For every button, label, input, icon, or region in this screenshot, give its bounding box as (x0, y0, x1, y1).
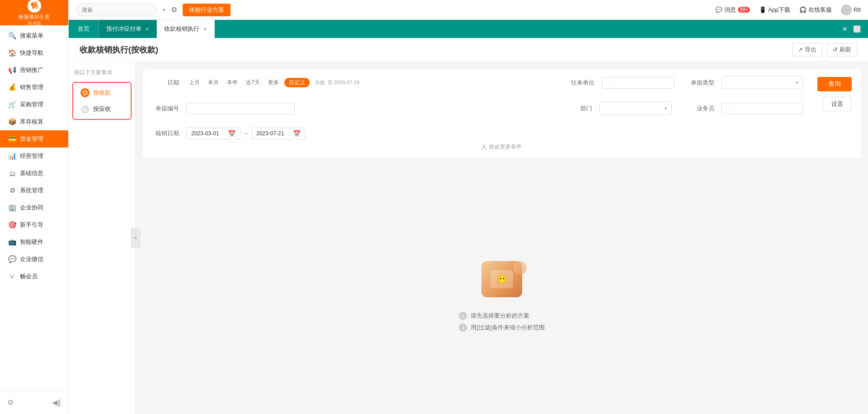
date-this-year[interactable]: 本年 (224, 78, 241, 87)
gear-icon[interactable]: ⚙ (171, 5, 177, 14)
by-collection-icon (80, 88, 90, 97)
app-download-btn[interactable]: 📱 App下载 (759, 6, 790, 14)
message-badge: 99+ (738, 7, 750, 13)
date-this-month[interactable]: 本月 (205, 78, 222, 87)
topbar-left: ▾ ⚙ 休验行业方案 (76, 4, 231, 16)
refresh-btn[interactable]: ↺ 刷新 (827, 43, 857, 57)
settings-icon[interactable]: ⚙ (7, 398, 14, 407)
date-custom[interactable]: 自定义 (284, 78, 310, 87)
date-7days[interactable]: 近7天 (243, 78, 263, 87)
refresh-icon: ↺ (833, 46, 838, 53)
export-icon: ↗ (798, 46, 803, 53)
setting-btn[interactable]: 设置 (823, 97, 852, 111)
service-btn[interactable]: 🎧 在线客服 (799, 6, 832, 14)
voucher-number-input[interactable] (186, 103, 295, 114)
collapse-filter-btn[interactable]: « (131, 228, 141, 248)
user-info[interactable]: Rit (841, 5, 861, 15)
operation-icon: 📊 (8, 152, 16, 160)
counterparty-placeholder: ··· (607, 80, 613, 86)
salesperson-select[interactable]: ··· (722, 103, 803, 114)
counterparty-label: 往来单位 (567, 79, 594, 87)
sidebar-item-sales[interactable]: 💰 销售管理 (0, 79, 68, 96)
sidebar-item-enterprise[interactable]: 🏢 企业协同 (0, 199, 68, 216)
maximize-window-icon[interactable]: ⬜ (853, 25, 861, 33)
voucher-row: 单据编号 部门 ▾ 业务员 ··· (152, 102, 803, 115)
sidebar-item-inventory[interactable]: 📦 库存核算 (0, 113, 68, 130)
sidebar-label-marketing: 营销推广 (20, 66, 43, 74)
salesperson-placeholder: ··· (726, 105, 732, 112)
sidebar-item-member[interactable]: V 畅会员 (0, 268, 68, 285)
sidebar-label-smart-hw: 智能硬件 (20, 238, 43, 246)
message-icon: 💬 (715, 6, 722, 13)
tab-prepay[interactable]: 预付冲应付单 ✕ (99, 20, 157, 38)
dept-select[interactable]: ▾ (599, 102, 672, 115)
dept-label: 部门 (565, 105, 592, 113)
date-more[interactable]: 更多 (265, 78, 282, 87)
sidebar-item-operation[interactable]: 📊 经营管理 (0, 148, 68, 165)
tab-home-label: 首页 (78, 25, 90, 33)
verification-start-value: 2023-03-01 (191, 130, 219, 137)
verification-start-input[interactable]: 2023-03-01 📅 (186, 128, 241, 139)
sales-icon: 💰 (8, 83, 16, 91)
close-window-icon[interactable]: ✕ (842, 25, 848, 33)
sidebar-label-search: 搜索菜单 (20, 32, 43, 40)
tab-home[interactable]: 首页 (69, 20, 99, 38)
sidebar-item-guide[interactable]: 🎯 新手引导 (0, 216, 68, 233)
guide-icon: 🎯 (8, 221, 16, 229)
filter-panel-title: 按以下方案查询 (69, 67, 135, 80)
app-download-label: App下载 (768, 6, 790, 14)
hint-num-2: 2 (459, 324, 467, 332)
marketing-icon: 📢 (8, 66, 16, 74)
home-icon: 🏠 (8, 49, 16, 57)
collapse-more-btn[interactable]: ⋀ 收起更多条件 (152, 139, 852, 151)
sidebar-item-system[interactable]: ⚙ 系统管理 (0, 182, 68, 199)
tab-collection-close[interactable]: ✕ (203, 26, 207, 32)
enterprise-icon: 🏢 (8, 204, 16, 212)
sidebar-item-finance[interactable]: 💳 资金管理 (0, 130, 68, 148)
finance-icon: 💳 (8, 135, 16, 143)
wechat-icon: 💬 (8, 255, 16, 263)
service-label: 在线客服 (808, 6, 832, 14)
verification-end-input[interactable]: 2023-07-21 📅 (251, 128, 306, 139)
sidebar-item-wechat[interactable]: 💬 企业微信 (0, 251, 68, 268)
tab-window-actions: ✕ ⬜ (842, 20, 868, 38)
empty-state: 😶 1 请先选择要分析的方案 2 用[过滤]条件来缩小分析范围 (143, 163, 861, 407)
sidebar-item-quick-nav[interactable]: 🏠 快捷导航 (0, 44, 68, 62)
collapse-sidebar-btn[interactable]: ◀‖ (52, 398, 61, 407)
search-icon: 🔍 (8, 32, 16, 40)
calendar-end-icon[interactable]: 📅 (293, 130, 301, 137)
tab-spacer (215, 20, 842, 38)
tabbar: 首页 预付冲应付单 ✕ 收款核销执行 ✕ ✕ ⬜ (69, 20, 868, 38)
hint-num-1: 1 (459, 312, 467, 320)
sidebar-item-basic-info[interactable]: 🗂 基础信息 (0, 165, 68, 182)
tab-prepay-close[interactable]: ✕ (145, 26, 149, 32)
sidebar-item-search[interactable]: 🔍 搜索菜单 (0, 27, 68, 44)
message-btn[interactable]: 💬 消息 99+ (715, 6, 750, 14)
date-tabs: 上月 本月 本年 近7天 更多 自定义 不限 至 2023-07-26 (186, 78, 359, 87)
empty-hint-2: 2 用[过滤]条件来缩小分析范围 (459, 324, 544, 332)
voucher-type-label: 单据类型 (689, 79, 714, 87)
date-label: 日期 (152, 79, 179, 87)
tab-collection[interactable]: 收款核销执行 ✕ (157, 20, 215, 38)
voucher-type-select[interactable]: ▾ (722, 76, 803, 89)
calendar-start-icon[interactable]: 📅 (228, 130, 236, 137)
sidebar-item-marketing[interactable]: 📢 营销推广 (0, 62, 68, 79)
date-last-month[interactable]: 上月 (186, 78, 203, 87)
export-btn[interactable]: ↗ 导出 (792, 43, 822, 57)
app-logo: 畅 畅捷通好生意 标准版 (0, 0, 68, 25)
industry-btn[interactable]: 休验行业方案 (183, 4, 231, 16)
topbar-dropdown-arrow[interactable]: ▾ (163, 7, 165, 13)
salesperson-label: 业务员 (687, 105, 714, 113)
sidebar-label-sales: 销售管理 (20, 83, 43, 91)
sidebar-label-purchase: 采购管理 (20, 100, 43, 109)
filter-item-by-collection[interactable]: 按收款 (73, 85, 131, 101)
query-btn[interactable]: 查询 (817, 77, 852, 91)
main-area: ▾ ⚙ 休验行业方案 💬 消息 99+ 📱 App下载 🎧 在线客服 Rit (69, 0, 868, 414)
query-area: 日期 上月 本月 本年 近7天 更多 自定义 不限 至 2023-07-26 (136, 62, 868, 414)
search-input[interactable] (76, 4, 157, 16)
sidebar-item-smart-hw[interactable]: 📺 智能硬件 (0, 233, 68, 251)
export-label: 导出 (805, 46, 816, 54)
counterparty-select[interactable]: ··· (602, 77, 674, 89)
filter-item-by-receivable[interactable]: 🕐 按应收 (73, 101, 131, 117)
sidebar-item-purchase[interactable]: 🛒 采购管理 (0, 96, 68, 113)
